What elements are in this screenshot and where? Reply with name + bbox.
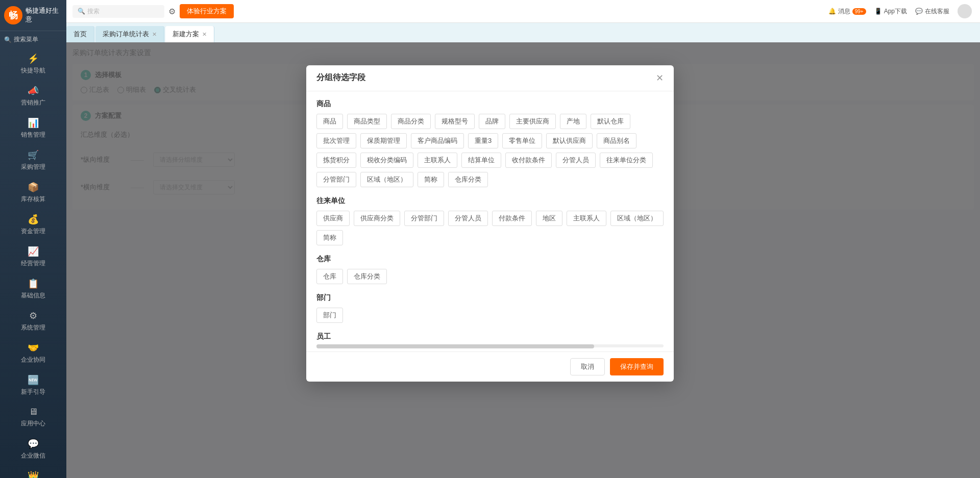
field-tag[interactable]: 区域（地区） <box>360 172 413 187</box>
cancel-button[interactable]: 取消 <box>570 358 605 375</box>
inventory-icon: 📦 <box>28 182 39 193</box>
field-tag[interactable]: 供应商分类 <box>354 211 400 226</box>
field-tag[interactable]: 保质期管理 <box>360 133 407 148</box>
tab-bar: 首页 采购订单统计表 ✕ 新建方案 ✕ <box>66 23 980 42</box>
partner-field-tags: 供应商 供应商分类 分管部门 分管人员 付款条件 地区 主联系人 区域（地区） … <box>316 211 664 245</box>
notification-icon: 🔔 <box>828 8 836 15</box>
field-tag[interactable]: 重量3 <box>468 133 498 148</box>
field-tag[interactable]: 主要供应商 <box>509 114 556 129</box>
field-tag[interactable]: 拣货积分 <box>316 153 356 168</box>
collab-icon: 🤝 <box>28 342 39 354</box>
field-tag[interactable]: 仓库 <box>316 269 343 284</box>
sidebar-item-label: 资金管理 <box>21 227 45 236</box>
field-tag[interactable]: 税收分类编码 <box>360 153 413 168</box>
sidebar-item-label: 新手引导 <box>21 388 45 396</box>
tab-new-plan[interactable]: 新建方案 ✕ <box>165 26 214 42</box>
field-tag[interactable]: 主联系人 <box>418 153 457 168</box>
sidebar-item-label: 经营管理 <box>21 259 45 268</box>
sidebar-item-marketing[interactable]: 📣 营销推广 <box>0 80 66 112</box>
online-service-item[interactable]: 💬 在线客服 <box>915 7 949 16</box>
field-tag[interactable]: 默认仓库 <box>591 114 630 129</box>
field-tag[interactable]: 商品分类 <box>391 114 431 129</box>
field-tag[interactable]: 简称 <box>316 230 343 245</box>
field-tag[interactable]: 商品 <box>316 114 343 129</box>
search-icon: 🔍 <box>78 8 85 15</box>
tab-home[interactable]: 首页 <box>66 26 94 42</box>
sidebar-search-item[interactable]: 🔍 搜索菜单 <box>0 31 66 48</box>
field-tag[interactable]: 商品类型 <box>347 114 387 129</box>
field-tag[interactable]: 地区 <box>536 211 562 226</box>
field-tag[interactable]: 收付款条件 <box>505 153 552 168</box>
field-tag[interactable]: 区域（地区） <box>610 211 664 226</box>
notification-item[interactable]: 🔔 消息 99+ <box>828 7 866 16</box>
sidebar-item-app-center[interactable]: 🖥 应用中心 <box>0 401 66 433</box>
field-tag[interactable]: 付款条件 <box>492 211 532 226</box>
sidebar-item-guide[interactable]: 🆕 新手引导 <box>0 369 66 401</box>
sidebar-item-finance[interactable]: 💰 资金管理 <box>0 209 66 241</box>
field-tag[interactable]: 供应商 <box>316 211 350 226</box>
header-right: 🔔 消息 99+ 📱 App下载 💬 在线客服 <box>820 4 980 18</box>
service-icon: 💬 <box>915 8 923 15</box>
field-tag[interactable]: 仓库分类 <box>347 269 387 284</box>
header-search[interactable]: 🔍 搜索 <box>72 5 164 18</box>
sidebar-item-purchase[interactable]: 🛒 采购管理 <box>0 144 66 177</box>
notification-label: 消息 <box>838 7 850 16</box>
field-tag[interactable]: 客户商品编码 <box>411 133 464 148</box>
field-tag[interactable]: 商品别名 <box>597 133 636 148</box>
sidebar-item-system[interactable]: ⚙ 系统管理 <box>0 305 66 337</box>
purchase-icon: 🛒 <box>28 149 39 161</box>
sidebar-item-quick-nav[interactable]: ⚡ 快捷导航 <box>0 48 66 80</box>
modal-footer: 取消 保存并查询 <box>306 351 674 382</box>
field-tag[interactable]: 分管人员 <box>448 211 488 226</box>
field-tag[interactable]: 主联系人 <box>567 211 606 226</box>
tab-new-plan-close[interactable]: ✕ <box>202 31 207 38</box>
header-settings-icon[interactable]: ⚙ <box>168 7 176 16</box>
section-warehouse-title: 仓库 <box>316 255 664 264</box>
sales-icon: 📊 <box>28 117 39 129</box>
goods-field-tags: 商品 商品类型 商品分类 规格型号 品牌 主要供应商 产地 默认仓库 批次管理 … <box>316 114 664 187</box>
sidebar-item-collab[interactable]: 🤝 企业协同 <box>0 337 66 369</box>
online-service-label: 在线客服 <box>925 7 949 16</box>
field-tag[interactable]: 简称 <box>418 172 444 187</box>
field-tag[interactable]: 规格型号 <box>435 114 475 129</box>
modal-close-button[interactable]: ✕ <box>656 72 664 84</box>
field-tag[interactable]: 往来单位分类 <box>600 153 653 168</box>
field-tag[interactable]: 品牌 <box>479 114 505 129</box>
sidebar-item-vip[interactable]: 👑 畅会员 <box>0 465 66 478</box>
field-tag[interactable]: 部门 <box>316 308 343 323</box>
field-tag[interactable]: 零售单位 <box>502 133 542 148</box>
field-tag[interactable]: 分管部门 <box>404 211 444 226</box>
section-staff-title: 员工 <box>316 332 664 341</box>
sidebar-item-wechat[interactable]: 💬 企业微信 <box>0 433 66 465</box>
sidebar-item-sales[interactable]: 📊 销售管理 <box>0 112 66 144</box>
field-tag[interactable]: 分管部门 <box>316 172 356 187</box>
sidebar-item-basics[interactable]: 📋 基础信息 <box>0 273 66 305</box>
sidebar-item-label: 企业微信 <box>21 451 45 460</box>
sidebar-item-operations[interactable]: 📈 经营管理 <box>0 241 66 273</box>
user-avatar[interactable] <box>958 4 972 18</box>
section-department-title: 部门 <box>316 293 664 303</box>
guide-icon: 🆕 <box>28 374 39 386</box>
field-tag[interactable]: 批次管理 <box>316 133 356 148</box>
field-tag[interactable]: 分管人员 <box>556 153 596 168</box>
tab-purchase-close[interactable]: ✕ <box>152 31 157 38</box>
app-download-item[interactable]: 📱 App下载 <box>874 7 907 16</box>
field-tag[interactable]: 仓库分类 <box>448 172 488 187</box>
field-tag[interactable]: 默认供应商 <box>546 133 593 148</box>
confirm-button[interactable]: 保存并查询 <box>610 358 664 375</box>
notification-badge: 99+ <box>852 8 866 15</box>
sidebar-item-label: 营销推广 <box>21 98 45 107</box>
trial-btn[interactable]: 体验行业方案 <box>180 4 234 18</box>
search-placeholder-text: 搜索 <box>87 7 100 16</box>
field-tag[interactable]: 结算单位 <box>461 153 501 168</box>
tab-new-plan-label: 新建方案 <box>173 30 199 39</box>
operations-icon: 📈 <box>28 246 39 257</box>
sidebar-item-label: 采购管理 <box>21 163 45 171</box>
modal-hscrollbar[interactable] <box>316 344 664 347</box>
tab-purchase-stats[interactable]: 采购订单统计表 ✕ <box>95 26 164 42</box>
logo-icon: 畅 <box>4 6 22 24</box>
field-tag[interactable]: 产地 <box>560 114 586 129</box>
sidebar: 畅 畅捷通好生意 🔍 搜索菜单 ⚡ 快捷导航 📣 营销推广 📊 销售管理 🛒 采… <box>0 0 66 478</box>
sidebar-item-inventory[interactable]: 📦 库存核算 <box>0 177 66 209</box>
sidebar-item-label: 库存核算 <box>21 195 45 204</box>
